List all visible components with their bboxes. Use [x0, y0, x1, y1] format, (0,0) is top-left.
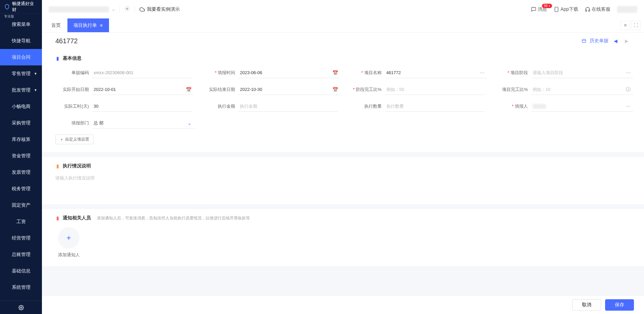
- svg-point-1: [126, 8, 128, 9]
- proj-phase-input[interactable]: [531, 67, 633, 78]
- cancel-button[interactable]: 取消: [572, 299, 601, 311]
- toolbar: 461772 历史单据 ◀ ▶: [42, 33, 644, 49]
- message-icon: [531, 7, 536, 12]
- days-input[interactable]: [92, 101, 192, 112]
- demo-link[interactable]: 我要看实例演示: [140, 6, 180, 12]
- nav-item-12[interactable]: 工资: [0, 213, 42, 230]
- section-basic: ▮ 基本信息 单据编码 填报时间📅 项目名称⋯ 项目阶段⋯ 实际开始日期📅 实际…: [42, 49, 644, 152]
- proj-pct-input[interactable]: [531, 84, 633, 95]
- nav-item-2[interactable]: 项目合同: [0, 49, 42, 65]
- gear-icon: [60, 138, 64, 142]
- tab-0[interactable]: 首页: [45, 18, 67, 32]
- person-icon: ▮: [55, 216, 60, 220]
- phase-pct-input[interactable]: [385, 84, 484, 95]
- chevron-down-icon: ⌵: [112, 7, 115, 12]
- tab-bar: 首页项目执行单✕ ✕ ⛶: [42, 18, 644, 33]
- next-arrow[interactable]: ▶: [623, 38, 631, 44]
- amount-input[interactable]: [238, 101, 338, 112]
- footer: 取消 保存: [42, 295, 644, 314]
- main: ⌵ 我要看实例演示 消息 99 + App下载: [42, 0, 644, 314]
- start-date-input[interactable]: [92, 84, 193, 95]
- content: ▮ 基本信息 单据编码 填报时间📅 项目名称⋯ 项目阶段⋯ 实际开始日期📅 实际…: [42, 49, 644, 314]
- dept-input[interactable]: [92, 118, 195, 128]
- nav-item-1[interactable]: 快捷导航: [0, 33, 42, 49]
- nav-item-0[interactable]: 搜索菜单: [0, 16, 42, 33]
- cloud-icon: [140, 7, 145, 12]
- logo-icon: [4, 4, 10, 10]
- svg-point-6: [61, 139, 62, 140]
- proj-name-input[interactable]: [385, 67, 487, 78]
- history-link[interactable]: 历史单据: [590, 38, 608, 44]
- note-icon: ▮: [55, 164, 60, 168]
- nav-item-3[interactable]: 零售管理▼: [0, 65, 42, 82]
- app-download[interactable]: App下载: [554, 6, 578, 12]
- nav-item-14[interactable]: 总账管理: [0, 246, 42, 263]
- user-avatar[interactable]: [617, 6, 637, 13]
- add-person-button[interactable]: +: [58, 227, 79, 249]
- header: ⌵ 我要看实例演示 消息 99 + App下载: [42, 0, 644, 18]
- nav-item-10[interactable]: 税务管理: [0, 180, 42, 197]
- nav-item-13[interactable]: 经营管理: [0, 230, 42, 246]
- section-notify: ▮ 通知相关人员 添加通知人后，可发送消息，告知这些人当前执行进度情况，以便进行…: [42, 209, 644, 266]
- section-exec: ▮ 执行情况说明: [42, 157, 644, 204]
- svg-rect-2: [555, 7, 558, 11]
- nav-item-6[interactable]: 采购管理: [0, 115, 42, 131]
- logo: 畅捷通好业财: [0, 0, 42, 13]
- nav-item-9[interactable]: 发票管理: [0, 164, 42, 180]
- settings-button[interactable]: [0, 301, 42, 314]
- custom-fields-button[interactable]: 自定义项设置: [55, 135, 94, 144]
- nav-item-7[interactable]: 库存核算: [0, 131, 42, 148]
- org-selector[interactable]: ⌵: [49, 6, 115, 12]
- message-badge: 99 +: [542, 4, 552, 8]
- sidebar: 畅捷通好业财 专业版 搜索菜单快捷导航项目合同零售管理▼批发管理▼小畅电商采购管…: [0, 0, 42, 314]
- gear-icon: [124, 6, 130, 11]
- nav-item-15[interactable]: 基础信息: [0, 263, 42, 279]
- svg-point-0: [20, 307, 22, 308]
- exec-textarea[interactable]: [55, 175, 631, 195]
- nav-item-4[interactable]: 批发管理▼: [0, 82, 42, 98]
- close-icon[interactable]: ✕: [100, 23, 103, 28]
- chevron-down-icon: ▼: [34, 72, 37, 75]
- phone-icon: [554, 7, 559, 12]
- fill-time-input[interactable]: [238, 67, 339, 78]
- doc-no-input: [92, 67, 192, 78]
- header-gear[interactable]: [124, 6, 130, 12]
- save-button[interactable]: 保存: [605, 299, 634, 311]
- customer-service[interactable]: 在线客服: [585, 6, 610, 12]
- tab-close-all[interactable]: ✕: [621, 21, 630, 30]
- headset-icon: [585, 7, 590, 12]
- tab-1[interactable]: 项目执行单✕: [67, 18, 109, 32]
- nav-item-11[interactable]: 固定资产: [0, 197, 42, 213]
- history-icon: [582, 39, 586, 43]
- reporter-input[interactable]: [531, 101, 633, 112]
- svg-rect-4: [582, 39, 586, 42]
- brand-name: 畅捷通好业财: [12, 1, 38, 13]
- gear-icon: [18, 305, 24, 310]
- form-icon: ▮: [55, 56, 60, 61]
- nav-item-8[interactable]: 资金管理: [0, 148, 42, 164]
- chevron-down-icon: ▼: [34, 88, 37, 92]
- page-title: 461772: [55, 37, 78, 45]
- nav-item-5[interactable]: 小畅电商: [0, 98, 42, 115]
- qty-input[interactable]: [385, 101, 484, 112]
- tab-fullscreen[interactable]: ⛶: [631, 21, 641, 30]
- messages[interactable]: 消息 99 +: [531, 6, 547, 12]
- nav: 搜索菜单快捷导航项目合同零售管理▼批发管理▼小畅电商采购管理库存核算资金管理发票…: [0, 13, 42, 301]
- prev-arrow[interactable]: ◀: [612, 38, 620, 44]
- end-date-input[interactable]: [238, 84, 339, 95]
- nav-item-16[interactable]: 系统管理: [0, 279, 42, 296]
